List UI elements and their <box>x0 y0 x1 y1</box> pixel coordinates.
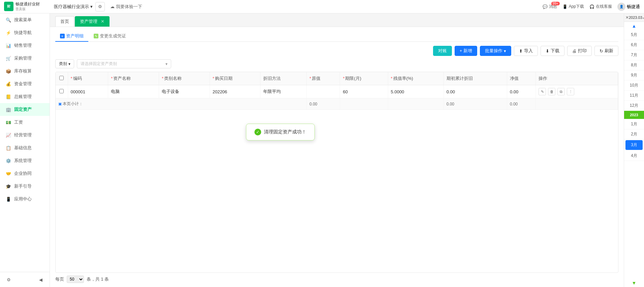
settings-button[interactable]: ⚙ <box>4 275 13 284</box>
calendar-month-6[interactable]: 6月 <box>624 40 644 50</box>
table-header-row: *编码 *资产名称 *类别名称 *购买日期 折旧方法 *原值 *期限(月) *残… <box>56 72 618 85</box>
calendar-month-2[interactable]: 2月 <box>624 129 644 139</box>
sidebar-item-payroll[interactable]: 💵 工资 <box>0 116 50 129</box>
calendar-month-11[interactable]: 11月 <box>624 91 644 101</box>
sidebar-item-label: 销售管理 <box>14 42 32 49</box>
content-area: 首页 资产管理 ✕ ≡ 资产明细 ✎ 变更生成凭证 <box>50 13 624 287</box>
col-net-value: 净值 <box>507 72 535 85</box>
sub-tab-asset-detail[interactable]: ≡ 资产明细 <box>55 31 88 42</box>
message-badge: 99+ <box>551 2 560 5</box>
total-count: 条，共 1 条 <box>87 276 109 282</box>
calendar-header: ✕ 2023.03 ⤢ <box>624 13 644 22</box>
sidebar-item-label: 企业协同 <box>14 170 32 177</box>
sidebar-item-label: 快捷导航 <box>14 30 32 36</box>
sidebar-item-label: 系统管理 <box>14 158 32 164</box>
calendar-month-10[interactable]: 10月 <box>624 81 644 91</box>
app-download-button[interactable]: 📱 App下载 <box>562 4 584 9</box>
category-select[interactable]: 类别 ▾ <box>55 59 74 68</box>
calendar-up-button[interactable]: ▲ <box>624 22 644 30</box>
export-button[interactable]: ⬆ 导入 <box>514 46 538 56</box>
edit-button[interactable]: ✎ <box>539 88 546 95</box>
download-button[interactable]: ⬇ 下载 <box>541 46 564 56</box>
calendar-month-3-current[interactable]: 3月 <box>625 140 643 150</box>
toast-message: 清理固定资产成功！ <box>264 129 306 135</box>
calendar-month-12[interactable]: 12月 <box>624 101 644 111</box>
sidebar-item-search[interactable]: 🔍 搜索菜单 <box>0 13 50 26</box>
calendar-month-8[interactable]: 8月 <box>624 60 644 70</box>
cell-net-value: 0.00 <box>507 85 535 98</box>
assets-table: *编码 *资产名称 *类别名称 *购买日期 折旧方法 *原值 *期限(月) *残… <box>56 72 618 110</box>
experience-button[interactable]: ☁ 我要体验一下 <box>110 4 142 10</box>
category-input[interactable]: 请选择固定资产类别 ▾ <box>77 59 171 68</box>
copy-button[interactable]: ⧉ <box>557 88 565 95</box>
new-button[interactable]: + 新增 <box>455 46 477 56</box>
company-selector[interactable]: 医疗器械行业演示 ▾ <box>54 4 93 10</box>
cart-icon: 🛒 <box>5 55 11 61</box>
tab-close-icon[interactable]: ✕ <box>101 19 104 24</box>
delete-button[interactable]: 🗑 <box>548 88 555 95</box>
calendar-month-4[interactable]: 4月 <box>624 151 644 161</box>
calendar-close-button[interactable]: ✕ <box>625 15 629 20</box>
avatar: 👤 <box>617 3 625 11</box>
user-info[interactable]: 👤 畅捷通 <box>617 3 640 11</box>
message-button[interactable]: 💬 消息 99+ <box>543 4 557 9</box>
subtotal-row: ▣ 本页小计： 0.00 0.00 0.00 <box>56 98 618 110</box>
refresh-button[interactable]: ↻ 刷新 <box>594 46 618 56</box>
sidebar-item-operations[interactable]: 📈 经营管理 <box>0 129 50 141</box>
sidebar-item-label: 应用中心 <box>14 196 32 202</box>
sidebar-item-inventory[interactable]: 📦 库存核算 <box>0 65 50 77</box>
sidebar-item-app-center[interactable]: 📱 应用中心 <box>0 193 50 205</box>
calendar-month-7[interactable]: 7月 <box>624 50 644 60</box>
list-icon: ≡ <box>60 34 65 38</box>
tab-asset-mgmt[interactable]: 资产管理 ✕ <box>75 16 110 27</box>
sub-tab-change-voucher[interactable]: ✎ 变更生成凭证 <box>89 31 131 42</box>
reconcile-button[interactable]: 对账 <box>433 46 452 56</box>
select-all-checkbox[interactable] <box>59 76 64 80</box>
cell-accumulated-depreciation: 0.00 <box>443 85 507 98</box>
sidebar-item-new-guide[interactable]: 🎓 新手引导 <box>0 180 50 193</box>
payroll-icon: 💵 <box>5 119 11 125</box>
col-name: *资产名称 <box>108 72 159 85</box>
message-icon: 💬 <box>543 4 548 9</box>
top-bar-center: 医疗器械行业演示 ▾ ⚙ ☁ 我要体验一下 <box>54 2 543 11</box>
online-service-button[interactable]: 🎧 在线客服 <box>589 4 612 9</box>
download-icon: 📱 <box>562 4 568 9</box>
sidebar-item-fixed-assets[interactable]: 🏢 固定资产 <box>0 103 50 116</box>
refresh-icon: ↻ <box>600 49 603 54</box>
logo-text: 畅捷通好业财 普及版 <box>16 2 40 11</box>
sidebar-item-basic-info[interactable]: 📋 基础信息 <box>0 141 50 154</box>
sidebar-item-ledger[interactable]: 📒 总账管理 <box>0 90 50 103</box>
company-name: 医疗器械行业演示 <box>54 4 89 10</box>
print-button[interactable]: 🖨 打印 <box>567 46 592 56</box>
calendar-month-1[interactable]: 1月 <box>624 119 644 129</box>
download-icon: ⬇ <box>546 49 549 54</box>
more-button[interactable]: ⋮ <box>567 88 574 95</box>
sidebar-item-purchase[interactable]: 🛒 采购管理 <box>0 52 50 65</box>
service-icon: 🎧 <box>589 4 594 9</box>
cell-name: 电脑 <box>108 85 159 98</box>
sidebar-item-finance[interactable]: 💰 资金管理 <box>0 77 50 90</box>
page-content: ≡ 资产明细 ✎ 变更生成凭证 对账 + 新增 批量操作 ▾ <box>50 27 624 287</box>
calendar-expand-button[interactable]: ⤢ <box>642 15 644 20</box>
row-checkbox[interactable] <box>59 89 64 93</box>
sidebar-item-system[interactable]: ⚙️ 系统管理 <box>0 154 50 167</box>
sidebar-item-label: 搜索菜单 <box>14 17 32 23</box>
sidebar-item-quick-nav[interactable]: ⚡ 快捷导航 <box>0 26 50 39</box>
batch-ops-button[interactable]: 批量操作 ▾ <box>480 46 511 56</box>
col-accumulated-depreciation: 期初累计折旧 <box>443 72 507 85</box>
system-icon: ⚙️ <box>5 158 11 164</box>
calendar-month-5[interactable]: 5月 <box>624 30 644 40</box>
gear-button[interactable]: ⚙ <box>95 2 105 11</box>
calendar-month-9[interactable]: 9月 <box>624 70 644 81</box>
print-icon: 🖨 <box>572 49 577 54</box>
cell-depreciation-method: 年限平均 <box>260 85 307 98</box>
tab-home[interactable]: 首页 <box>55 16 74 27</box>
sidebar-item-enterprise[interactable]: 🤝 企业协同 <box>0 167 50 180</box>
table-wrapper: *编码 *资产名称 *类别名称 *购买日期 折旧方法 *原值 *期限(月) *残… <box>55 72 618 273</box>
sidebar-item-sales[interactable]: 📊 销售管理 <box>0 39 50 52</box>
col-original-value: *原值 <box>307 72 340 85</box>
page-size-select[interactable]: 50 100 200 <box>67 276 84 283</box>
sidebar-item-label: 资金管理 <box>14 81 32 87</box>
calendar-down-button[interactable]: ▼ <box>624 279 644 287</box>
collapse-button[interactable]: ◀ <box>36 275 45 284</box>
